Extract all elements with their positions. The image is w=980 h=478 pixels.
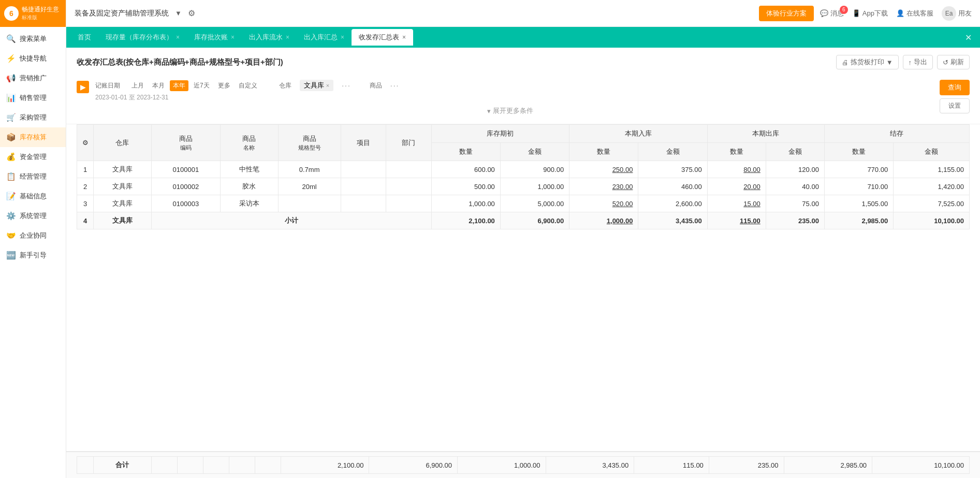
- tab-bar-close[interactable]: ✕: [961, 31, 976, 45]
- refresh-icon: ↺: [943, 59, 948, 66]
- tab-close-stock-dist[interactable]: ×: [176, 34, 180, 40]
- gear-icon[interactable]: ⚙: [188, 8, 195, 18]
- service-icon: 👤: [896, 9, 904, 17]
- export-button[interactable]: ↑ 导出: [903, 55, 933, 69]
- filter-toggle-btn[interactable]: ▶: [77, 81, 89, 93]
- date-btn-this-year[interactable]: 本年: [170, 80, 188, 91]
- tab-close-flow[interactable]: ×: [286, 34, 289, 40]
- expand-conditions-btn[interactable]: ▾ 展开更多条件: [487, 106, 533, 115]
- row-in-qty-3[interactable]: 520.00: [569, 195, 638, 212]
- row-name-3: 采访本: [220, 195, 278, 212]
- sidebar-label-enterprise: 企业协同: [20, 231, 47, 240]
- sidebar-item-finance[interactable]: 💰 资金管理: [0, 147, 66, 167]
- th-spec: 商品规格型号: [278, 125, 341, 161]
- data-table: ⚙ 仓库 商品编码 商品名称 商品规格型号 项目 部门 库存期初 本期入库 本期…: [77, 124, 970, 229]
- th-name: 商品名称: [220, 125, 278, 161]
- subtotal-in-amt: 3,435.00: [638, 212, 707, 229]
- row-in-qty-2[interactable]: 230.00: [569, 178, 638, 195]
- date-btn-7days[interactable]: 近7天: [191, 80, 213, 91]
- th-closing: 结存: [824, 125, 969, 143]
- header-actions: 💬 消息 6 📱 App下载 👤 在线客服 Ea 用友: [820, 6, 972, 21]
- table-settings-header[interactable]: ⚙: [77, 125, 94, 161]
- date-shortcuts: 上月 本月 本年 近7天 更多 自定义: [128, 80, 260, 91]
- sidebar-item-enterprise[interactable]: 🤝 企业协同: [0, 226, 66, 245]
- subtotal-open-amt: 6,900.00: [500, 212, 569, 229]
- tab-close-batch[interactable]: ×: [231, 34, 235, 40]
- row-open-amt-3: 5,000.00: [500, 195, 569, 212]
- warehouse-tag-value: 文具库: [304, 81, 324, 90]
- sidebar-item-guide[interactable]: 🆕 新手引导: [0, 245, 66, 265]
- total-close-amt: 10,100.00: [872, 457, 970, 474]
- date-btn-custom[interactable]: 自定义: [236, 80, 260, 91]
- sidebar-label-guide: 新手引导: [20, 251, 47, 260]
- tab-close-summary[interactable]: ×: [341, 34, 344, 40]
- row-open-amt-2: 1,000.00: [500, 178, 569, 195]
- print-button[interactable]: 🖨 拣货板打印 ▼: [836, 55, 899, 69]
- row-in-qty-1[interactable]: 250.00: [569, 161, 638, 178]
- row-out-qty-1[interactable]: 80.00: [707, 161, 766, 178]
- message-badge: 6: [840, 6, 848, 14]
- warehouse-dots[interactable]: ···: [342, 81, 351, 90]
- tab-stock-flow[interactable]: 出入库流水 ×: [242, 29, 297, 46]
- message-action[interactable]: 💬 消息 6: [820, 9, 844, 18]
- tab-stock-dist[interactable]: 现存量（库存分布表） ×: [98, 29, 187, 46]
- total-label: 合计: [94, 457, 152, 474]
- th-out-qty: 数量: [707, 143, 766, 161]
- business-icon: 📋: [6, 172, 16, 181]
- th-in-qty: 数量: [569, 143, 638, 161]
- subtotal-out-amt: 235.00: [766, 212, 824, 229]
- th-close-qty: 数量: [824, 143, 893, 161]
- tab-recv-send[interactable]: 收发存汇总表 ×: [352, 29, 413, 46]
- refresh-button[interactable]: ↺ 刷新: [937, 55, 970, 69]
- query-button[interactable]: 查询: [940, 80, 970, 95]
- sidebar-item-purchase[interactable]: 🛒 采购管理: [0, 108, 66, 127]
- warehouse-tag-close[interactable]: ×: [326, 82, 329, 89]
- user-action[interactable]: Ea 用友: [942, 6, 972, 21]
- th-code: 商品编码: [151, 125, 220, 161]
- goods-dots[interactable]: ···: [390, 81, 400, 90]
- sidebar-nav: 🔍 搜索菜单 ⚡ 快捷导航 📢 营销推广 📊 销售管理 🛒 采购管理 📦 库存核…: [0, 27, 66, 478]
- enterprise-icon: 🤝: [6, 231, 16, 240]
- row-close-amt-1: 1,155.00: [894, 161, 970, 178]
- tab-stock-summary[interactable]: 出入库汇总 ×: [297, 29, 352, 46]
- sidebar-item-system[interactable]: ⚙️ 系统管理: [0, 206, 66, 226]
- sidebar-item-sales[interactable]: 📊 销售管理: [0, 88, 66, 108]
- online-service-action[interactable]: 👤 在线客服: [896, 9, 933, 18]
- total-out-qty: 115.00: [634, 457, 709, 474]
- row-open-qty-3: 1,000.00: [431, 195, 500, 212]
- base-info-icon: 📝: [6, 192, 16, 201]
- total-open-qty: 2,100.00: [281, 457, 369, 474]
- sidebar-item-marketing[interactable]: 📢 营销推广: [0, 68, 66, 88]
- phone-icon: 📱: [852, 9, 860, 17]
- tab-home[interactable]: 首页: [70, 29, 98, 46]
- warehouse-tag: 文具库 ×: [300, 80, 333, 91]
- system-dropdown[interactable]: ▼: [175, 9, 182, 17]
- date-btn-last-month[interactable]: 上月: [128, 80, 147, 91]
- system-title: 装备及固定资产辅助管理系统: [75, 9, 169, 18]
- print-dropdown-icon: ▼: [886, 59, 893, 66]
- sidebar-item-search[interactable]: 🔍 搜索菜单: [0, 29, 66, 49]
- row-out-qty-2[interactable]: 20.00: [707, 178, 766, 195]
- try-button[interactable]: 体验行业方案: [759, 6, 814, 21]
- date-btn-more[interactable]: 更多: [215, 80, 233, 91]
- search-icon: 🔍: [6, 34, 16, 44]
- row-out-amt-3: 75.00: [766, 195, 824, 212]
- row-name-2: 胶水: [220, 178, 278, 195]
- app-download-action[interactable]: 📱 App下载: [852, 9, 888, 18]
- sidebar-item-inventory[interactable]: 📦 库存核算: [0, 127, 66, 147]
- filter-main: 记账日期 上月 本月 本年 近7天 更多 自定义 仓库 文具库 × ···: [95, 80, 925, 118]
- settings-button[interactable]: 设置: [940, 98, 970, 113]
- date-label: 记账日期: [95, 81, 120, 90]
- page-title: 收发存汇总表(按仓库+商品编码+商品+规格型号+项目+部门): [77, 57, 283, 67]
- sidebar-item-base-info[interactable]: 📝 基础信息: [0, 186, 66, 206]
- tab-close-recv[interactable]: ×: [402, 34, 406, 40]
- row-spec-2: 20ml: [278, 178, 341, 195]
- sidebar-item-quick-nav[interactable]: ⚡ 快捷导航: [0, 49, 66, 68]
- row-open-qty-2: 500.00: [431, 178, 500, 195]
- row-out-qty-3[interactable]: 15.00: [707, 195, 766, 212]
- avatar: Ea: [942, 6, 956, 21]
- date-btn-this-month[interactable]: 本月: [149, 80, 168, 91]
- sidebar-item-business[interactable]: 📋 经营管理: [0, 167, 66, 186]
- tab-batch-ledger[interactable]: 库存批次账 ×: [187, 29, 242, 46]
- subtotal-no: 4: [77, 212, 94, 229]
